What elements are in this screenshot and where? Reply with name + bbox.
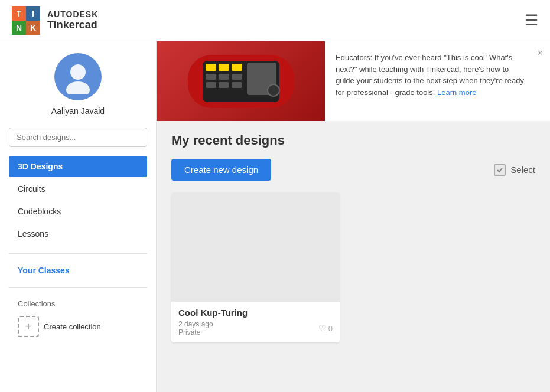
avatar-icon [60, 59, 96, 94]
main-layout: Aaliyan Javaid 3D Designs Circuits Codeb… [0, 41, 550, 392]
nav-circuits[interactable]: Circuits [9, 178, 147, 200]
svg-rect-4 [206, 64, 216, 71]
logo-n: N [12, 21, 26, 35]
app-header: T I N K AUTODESK Tinkercad ☰ [0, 0, 550, 41]
svg-rect-5 [219, 64, 229, 71]
design-info: Cool Kup-Turing 2 days ago Private ♡ 0 [171, 302, 340, 342]
banner-learn-more-link[interactable]: Learn more [437, 88, 476, 97]
heart-icon: ♡ [318, 324, 326, 333]
banner-close-button[interactable]: × [538, 46, 543, 60]
design-date: 2 days ago [178, 320, 213, 328]
svg-rect-9 [232, 74, 242, 80]
menu-button[interactable]: ☰ [525, 11, 538, 30]
brand-text: AUTODESK Tinkercad [47, 9, 98, 31]
logo-i: I [26, 6, 40, 21]
brand-autodesk: AUTODESK [47, 9, 98, 19]
section-title: My recent designs [171, 133, 535, 148]
svg-rect-12 [232, 82, 242, 88]
search-input[interactable] [9, 128, 147, 147]
your-classes-label[interactable]: Your Classes [9, 263, 147, 278]
logo-box: T I N K [12, 6, 40, 35]
select-label: Select [510, 165, 535, 175]
banner-text: × Educators: If you've ever heard "This … [325, 41, 550, 121]
design-meta: 2 days ago Private ♡ 0 [178, 320, 333, 337]
collections-label: Collections [9, 296, 147, 313]
likes-count: 0 [328, 324, 333, 333]
nav-3d-designs[interactable]: 3D Designs [9, 156, 147, 177]
banner-image [157, 41, 325, 121]
content-area: × Educators: If you've ever heard "This … [157, 41, 550, 392]
designs-section: My recent designs Create new design Sele… [157, 121, 550, 354]
design-date-privacy: 2 days ago Private [178, 320, 213, 337]
svg-rect-7 [206, 74, 216, 80]
avatar-section: Aaliyan Javaid [9, 53, 147, 116]
design-privacy: Private [178, 328, 213, 337]
design-thumbnail [171, 192, 340, 302]
sidebar-divider-2 [9, 287, 147, 288]
banner-illustration [170, 43, 312, 120]
sidebar: Aaliyan Javaid 3D Designs Circuits Codeb… [0, 41, 157, 392]
table-row[interactable]: Cool Kup-Turing 2 days ago Private ♡ 0 [171, 192, 340, 342]
svg-rect-8 [219, 74, 229, 80]
select-checkbox[interactable] [494, 164, 506, 176]
sidebar-divider [9, 253, 147, 254]
svg-point-14 [268, 84, 279, 96]
select-area[interactable]: Select [494, 164, 535, 176]
create-collection-text: Create collection [44, 322, 101, 331]
nav-lessons[interactable]: Lessons [9, 223, 147, 244]
brand-tinkercad: Tinkercad [47, 19, 98, 31]
designs-toolbar: Create new design Select [171, 159, 535, 181]
create-new-design-button[interactable]: Create new design [171, 159, 271, 181]
nav-codeblocks[interactable]: Codeblocks [9, 201, 147, 222]
collection-plus-icon: + [18, 316, 39, 337]
svg-point-0 [70, 64, 86, 80]
svg-rect-6 [232, 64, 242, 71]
design-name: Cool Kup-Turing [178, 308, 333, 318]
banner-message: Educators: If you've ever heard "This is… [336, 53, 524, 97]
logo-t: T [12, 6, 26, 21]
designs-grid: Cool Kup-Turing 2 days ago Private ♡ 0 [171, 192, 535, 342]
banner: × Educators: If you've ever heard "This … [157, 41, 550, 121]
svg-point-1 [66, 81, 90, 94]
logo-area: T I N K AUTODESK Tinkercad [12, 6, 98, 35]
svg-rect-11 [219, 82, 229, 88]
logo-k: K [26, 21, 40, 35]
checkbox-icon [496, 166, 503, 174]
svg-rect-10 [206, 82, 216, 88]
design-likes: ♡ 0 [318, 324, 333, 333]
user-name: Aaliyan Javaid [51, 106, 105, 116]
create-collection-button[interactable]: + Create collection [9, 313, 147, 340]
avatar [54, 53, 102, 100]
